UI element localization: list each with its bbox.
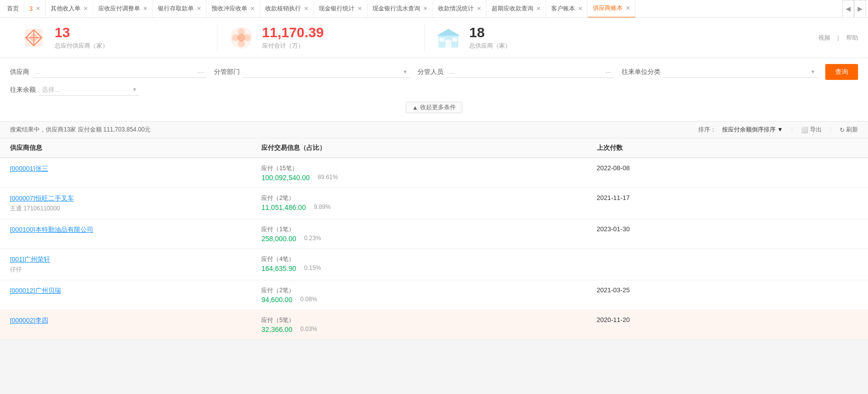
trans-amount-row-3: 164,635.90 0.15% bbox=[261, 263, 596, 272]
filter-item-dept: 分管部门 ▼ bbox=[214, 66, 410, 78]
trans-amount-0[interactable]: 100,092,540.00 bbox=[261, 174, 309, 182]
supplier-ellipsis-icon[interactable]: ··· bbox=[196, 68, 206, 76]
export-icon: ⬜ bbox=[801, 127, 808, 133]
supplier-filter-label: 供应商 bbox=[10, 67, 29, 76]
nav-tab-other-income[interactable]: 其他收入单 ✕ bbox=[46, 0, 93, 18]
category-dropdown-arrow[interactable]: ▼ bbox=[808, 69, 817, 74]
nav-tab-payable-adjust[interactable]: 应收应付调整单 ✕ bbox=[93, 0, 153, 18]
supplier-name-5[interactable]: [000002]李四 bbox=[10, 316, 261, 325]
header-extra bbox=[848, 143, 858, 152]
supplier-filter-input[interactable] bbox=[32, 66, 196, 77]
nav-tab-supplier[interactable]: 供应商账本 ✕ bbox=[588, 0, 636, 18]
trans-percent-1: 9.89% bbox=[314, 203, 331, 210]
summary-number-total: 11,170.39 bbox=[262, 26, 324, 40]
trans-amount-5[interactable]: 32,366.00 bbox=[261, 326, 292, 333]
category-filter-label: 往来单位分类 bbox=[622, 67, 660, 76]
summary-label-total: 应付合计（万） bbox=[262, 42, 324, 50]
nav-tab-overdue-close[interactable]: ✕ bbox=[536, 5, 541, 12]
trans-label-1: 应付（2笔） bbox=[261, 194, 596, 202]
nav-next-arrow[interactable]: ▶ bbox=[854, 0, 866, 18]
last-payment-date-1: 2021-11-17 bbox=[597, 194, 630, 201]
nav-tab-cash-bank-stat[interactable]: 现金银行统计 ✕ bbox=[314, 0, 367, 18]
summary-content-total: 11,170.39 应付合计（万） bbox=[262, 26, 324, 50]
nav-tab-other-income-close[interactable]: ✕ bbox=[83, 5, 88, 12]
transaction-cell-1: 应付（2笔） 11,051,486.00 9.89% bbox=[261, 194, 596, 211]
nav-tab-cash-bank-flow-close[interactable]: ✕ bbox=[423, 5, 428, 12]
nav-tab-prepay[interactable]: 预收冲应收单 ✕ bbox=[207, 0, 260, 18]
nav-tab-3-close[interactable]: ✕ bbox=[36, 5, 40, 12]
supplier-name-2[interactable]: [000100]本特勤油品有限公司 bbox=[10, 225, 261, 234]
header-transaction: 应付交易信息（占比） bbox=[261, 143, 596, 152]
filter-item-supplier: 供应商 ··· bbox=[10, 66, 206, 78]
nav-tab-cash-bank-flow[interactable]: 现金银行流水查询 ✕ bbox=[367, 0, 433, 18]
nav-arrows: ◀ ▶ bbox=[842, 0, 866, 18]
nav-prev-arrow[interactable]: ◀ bbox=[842, 0, 854, 18]
balance-filter-label: 往来余额 bbox=[10, 85, 36, 94]
supplier-sub-1: 王通 17106110000 bbox=[10, 204, 261, 213]
category-filter-input[interactable] bbox=[663, 66, 809, 77]
balance-filter-input[interactable] bbox=[39, 84, 130, 95]
nav-tab-customer-close[interactable]: ✕ bbox=[578, 5, 582, 12]
transaction-cell-2: 应付（1笔） 258,000.00 0.23% bbox=[261, 225, 596, 243]
supplier-info-cell-2: [000100]本特勤油品有限公司 bbox=[10, 225, 261, 234]
export-button[interactable]: ⬜ 导出 bbox=[801, 126, 822, 134]
table-row: [000001]张三 应付（15笔） 100,092,540.00 89.61%… bbox=[0, 158, 868, 188]
filter-item-person: 分管人员 ··· bbox=[418, 66, 614, 78]
trans-label-3: 应付（4笔） bbox=[261, 255, 596, 263]
supplier-info-cell-5: [000002]李四 bbox=[10, 316, 261, 325]
video-link[interactable]: 视频 bbox=[818, 34, 830, 42]
nav-tab-3[interactable]: 3 ✕ bbox=[24, 0, 46, 18]
nav-tab-collect-stat[interactable]: 收款情况统计 ✕ bbox=[433, 0, 487, 18]
nav-tab-cash-bank-flow-label: 现金银行流水查询 bbox=[372, 4, 420, 13]
nav-tab-home[interactable]: 首页 bbox=[2, 0, 24, 18]
person-filter-input[interactable] bbox=[446, 66, 604, 77]
nav-tab-bank-deposit-close[interactable]: ✕ bbox=[197, 5, 201, 12]
balance-dropdown-arrow[interactable]: ▼ bbox=[130, 87, 139, 92]
supplier-name-4[interactable]: [000012]广州贝瑞 bbox=[10, 286, 261, 295]
collapse-button[interactable]: ▲ 收起更多条件 bbox=[406, 102, 462, 113]
nav-tab-cash-bank-stat-close[interactable]: ✕ bbox=[358, 5, 362, 12]
nav-tab-prepay-close[interactable]: ✕ bbox=[250, 5, 255, 12]
person-ellipsis-icon[interactable]: ··· bbox=[604, 68, 614, 76]
trans-amount-2[interactable]: 258,000.00 bbox=[261, 235, 296, 243]
trans-amount-1[interactable]: 11,051,486.00 bbox=[261, 203, 306, 211]
trans-percent-4: 0.08% bbox=[300, 296, 317, 303]
dept-dropdown-arrow[interactable]: ▼ bbox=[401, 69, 410, 74]
summary-content-total-suppliers: 18 总供应商（家） bbox=[469, 26, 511, 50]
trans-amount-4[interactable]: 94,600.00 bbox=[261, 296, 292, 304]
sort-value[interactable]: 按应付余额倒序排序 ▼ bbox=[722, 126, 783, 134]
collapse-row: ▲ 收起更多条件 bbox=[10, 100, 858, 115]
supplier-info-cell-1: [000007]恒旺二手叉车 王通 17106110000 bbox=[10, 194, 261, 213]
supplier-filter-wrap: ··· bbox=[32, 66, 206, 78]
summary-number-total-suppliers: 18 bbox=[469, 26, 511, 40]
nav-tab-customer[interactable]: 客户账本 ✕ bbox=[546, 0, 588, 18]
table-row: [000012]广州贝瑞 应付（2笔） 94,600.00 0.08% 2021… bbox=[0, 280, 868, 310]
trans-amount-3[interactable]: 164,635.90 bbox=[261, 264, 296, 272]
result-summary-text: 搜索结果中，供应商13家 应付金额 111,703,854.00元 bbox=[10, 126, 150, 134]
nav-tab-supplier-close[interactable]: ✕ bbox=[626, 5, 630, 11]
trans-percent-0: 89.61% bbox=[318, 174, 338, 181]
help-link[interactable]: 帮助 bbox=[846, 34, 858, 42]
supplier-name-3[interactable]: [001]广州荣轩 bbox=[10, 255, 261, 264]
supplier-name-0[interactable]: [000001]张三 bbox=[10, 164, 261, 173]
nav-tab-collect-stat-close[interactable]: ✕ bbox=[477, 5, 481, 12]
summary-label-payable: 总应付供应商（家） bbox=[55, 42, 108, 50]
nav-tab-bank-deposit[interactable]: 银行存取款单 ✕ bbox=[153, 0, 207, 18]
supplier-name-1[interactable]: [000007]恒旺二手叉车 bbox=[10, 194, 261, 203]
supplier-info-cell-3: [001]广州荣轩 仔仔 bbox=[10, 255, 261, 274]
last-payment-date-5: 2020-11-20 bbox=[597, 316, 630, 324]
nav-tab-payable-adjust-close[interactable]: ✕ bbox=[143, 5, 147, 12]
nav-tab-collect-verify-close[interactable]: ✕ bbox=[304, 5, 308, 12]
trans-percent-3: 0.15% bbox=[304, 264, 321, 271]
refresh-button[interactable]: ↻ 刷新 bbox=[840, 126, 858, 134]
last-payment-date-2: 2023-01-30 bbox=[597, 225, 630, 233]
nav-tab-supplier-label: 供应商账本 bbox=[593, 4, 623, 12]
summary-content-payable: 13 总应付供应商（家） bbox=[55, 26, 108, 50]
top-navigation: 首页 3 ✕ 其他收入单 ✕ 应收应付调整单 ✕ 银行存取款单 ✕ 预收冲应收单… bbox=[0, 0, 868, 18]
nav-tab-overdue[interactable]: 超期应收款查询 ✕ bbox=[487, 0, 546, 18]
dept-filter-wrap: ▼ bbox=[243, 66, 410, 78]
query-button[interactable]: 查询 bbox=[825, 64, 858, 80]
dept-filter-input[interactable] bbox=[243, 66, 401, 77]
nav-tab-collect-verify[interactable]: 收款核销执行 ✕ bbox=[260, 0, 314, 18]
transaction-cell-0: 应付（15笔） 100,092,540.00 89.61% bbox=[261, 164, 596, 182]
